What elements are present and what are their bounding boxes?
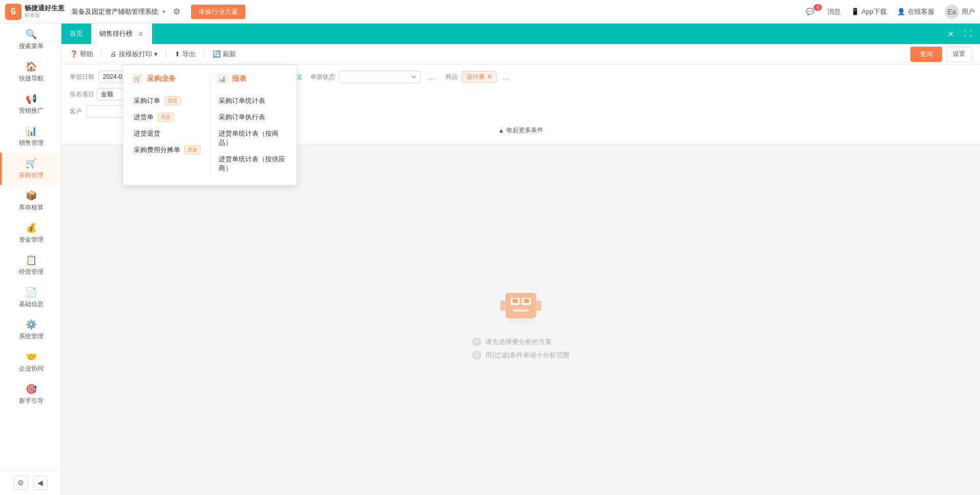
enterprise-icon: 🤝 — [26, 351, 37, 362]
purchase-order-label: 采购订单 — [134, 96, 160, 105]
query-button[interactable]: 查询 — [910, 47, 942, 62]
dropdown-item-incoming-supplier[interactable]: 进货单统计表（按供应商） — [217, 151, 289, 177]
dropdown-item-return[interactable]: 进货退货 — [132, 125, 204, 142]
svg-rect-0 — [505, 293, 536, 318]
dropdown-item-order-exec[interactable]: 采购订单执行表 — [217, 109, 289, 125]
tab-sales-ranking[interactable]: 销售排行榜 ✕ — [91, 24, 152, 44]
goods-tag-close[interactable]: ✕ — [487, 73, 492, 80]
svg-rect-7 — [536, 300, 541, 311]
dropdown-divider — [210, 73, 210, 177]
main-layout: 🔍 搜索菜单 🏠 快捷导航 📢 营销推广 📊 销售管理 🛒 采购管理 📦 库存核… — [0, 24, 980, 495]
tab-home[interactable]: 首页 — [61, 24, 91, 44]
dropdown-item-expense[interactable]: 采购费用分摊单 历史 — [132, 142, 204, 158]
sidebar-item-enterprise[interactable]: 🤝 企业协同 — [0, 346, 61, 378]
svg-rect-3 — [513, 299, 518, 303]
sidebar-collapse-button[interactable]: ◀ — [33, 476, 48, 490]
empty-tip-1: ① 请先选择要分析的方案 — [472, 337, 569, 347]
dropdown-item-incoming-goods[interactable]: 进货单统计表（按商品） — [217, 125, 289, 151]
sidebar-item-system[interactable]: ⚙️ 系统管理 — [0, 314, 61, 346]
sidebar-item-quick[interactable]: 🏠 快捷导航 — [0, 56, 61, 88]
online-service-label: 在线客服 — [908, 7, 934, 16]
tab-maximize-button[interactable]: ⛶ — [961, 27, 975, 41]
sidebar-label-quick: 快捷导航 — [19, 74, 44, 83]
tab-close-all-button[interactable]: ✕ — [943, 27, 957, 41]
sidebar-label-inventory: 库存核算 — [19, 203, 44, 212]
marketing-icon: 📢 — [26, 93, 37, 104]
sidebar-label-enterprise: 企业协同 — [19, 364, 44, 373]
user-action[interactable]: Ea 用户 — [945, 5, 975, 19]
sidebar-item-basic[interactable]: 📄 基础信息 — [0, 282, 61, 314]
sidebar-label-guide: 新手引导 — [19, 397, 44, 405]
dropdown-report-header: 📊 报表 — [217, 73, 289, 87]
expense-label: 采购费用分摊单 — [134, 145, 180, 155]
dropdown-item-incoming[interactable]: 进货单 历史 — [132, 109, 204, 125]
sidebar-item-search[interactable]: 🔍 搜索菜单 — [0, 24, 61, 56]
export-button[interactable]: ⬆ 导出 — [175, 50, 196, 59]
tip-text-2: 用[过滤]条件来缩小分析范围 — [485, 351, 569, 360]
status-label: 单据状态 — [310, 73, 335, 81]
header-right: 💬 6 消息 📱 App下载 👤 在线客服 Ea 用户 — [806, 5, 975, 19]
print-template-button[interactable]: 🖨 按模板打印 ▾ — [110, 50, 158, 59]
tip-text-1: 请先选择要分析的方案 — [485, 337, 552, 347]
sidebar-item-finance[interactable]: 💰 资金管理 — [0, 217, 61, 249]
sidebar-label-sales: 销售管理 — [19, 139, 44, 147]
help-icon: ❓ — [70, 50, 78, 58]
refresh-label: 刷新 — [223, 50, 236, 59]
inventory-icon: 📦 — [26, 190, 37, 201]
dropdown-item-order-stat[interactable]: 采购订单统计表 — [217, 93, 289, 109]
order-stat-label: 采购订单统计表 — [219, 96, 265, 105]
app-download-label: App下载 — [862, 7, 887, 16]
goods-ellipsis[interactable]: ... — [501, 72, 512, 81]
system-title: 装备及固定资产辅助管理系统 — [72, 7, 158, 16]
toolbar-sep-1 — [101, 50, 102, 58]
message-label: 消息 — [827, 7, 841, 16]
dropdown-item-purchase-order[interactable]: 采购订单 历史 — [132, 93, 204, 109]
system-title-area: 装备及固定资产辅助管理系统 ▾ ⚙ 体验行业方案 — [72, 5, 245, 19]
toolbar: ❓ 帮助 🖨 按模板打印 ▾ ⬆ 导出 🔄 刷新 查询 设置 — [61, 44, 980, 64]
print-dropdown-icon: ▾ — [154, 50, 158, 58]
return-label: 进货退货 — [134, 129, 160, 138]
online-service-action[interactable]: 👤 在线客服 — [897, 7, 934, 16]
purchase-order-history-tag: 历史 — [164, 96, 181, 105]
purchase-section-icon: 🛒 — [132, 73, 143, 84]
app-download-action[interactable]: 📱 App下载 — [851, 7, 887, 16]
expense-history-tag: 历史 — [184, 145, 201, 155]
basic-icon: 📄 — [26, 287, 37, 298]
message-action[interactable]: 💬 6 消息 — [806, 7, 841, 16]
sidebar-item-inventory[interactable]: 📦 库存核算 — [0, 185, 61, 217]
sidebar-item-guide[interactable]: 🎯 新手引导 — [0, 378, 61, 411]
incoming-history-tag: 历史 — [158, 113, 174, 122]
sidebar-item-marketing[interactable]: 📢 营销推广 — [0, 88, 61, 120]
report-section-icon: 📊 — [217, 73, 228, 84]
settings-icon[interactable]: ⚙ — [169, 5, 184, 19]
help-button[interactable]: ❓ 帮助 — [70, 50, 93, 59]
service-icon: 👤 — [897, 8, 905, 15]
sidebar-settings-button[interactable]: ⚙ — [14, 476, 28, 490]
sidebar-item-operation[interactable]: 📋 经营管理 — [0, 249, 61, 282]
collapse-label: 收起更多条件 — [506, 126, 543, 135]
svg-rect-5 — [513, 309, 528, 312]
purchase-section-title: 采购业务 — [147, 74, 176, 83]
export-label: 导出 — [182, 50, 196, 59]
finance-icon: 💰 — [26, 222, 37, 233]
tab-close-icon[interactable]: ✕ — [138, 30, 144, 38]
logo-main: 畅捷通好生意 — [25, 4, 65, 12]
purchase-icon: 🛒 — [26, 158, 37, 169]
sidebar-label-search: 搜索菜单 — [19, 42, 44, 51]
title-dropdown-arrow[interactable]: ▾ — [162, 8, 165, 15]
mobile-icon: 📱 — [851, 8, 859, 15]
sidebar-item-purchase[interactable]: 🛒 采购管理 — [0, 153, 61, 185]
sidebar-bottom: ⚙ ◀ — [0, 470, 61, 495]
status-select[interactable] — [339, 71, 421, 83]
sidebar-label-operation: 经营管理 — [19, 268, 44, 276]
set-button[interactable]: 设置 — [946, 47, 972, 62]
dropdown-report-col: 📊 报表 采购订单统计表 采购订单执行表 进货单统计表（按商品） 进货单统计表（… — [217, 73, 289, 177]
refresh-button[interactable]: 🔄 刷新 — [212, 50, 236, 59]
industry-button[interactable]: 体验行业方案 — [191, 5, 245, 19]
home-icon: 🏠 — [26, 61, 37, 72]
sidebar-item-sales[interactable]: 📊 销售管理 — [0, 120, 61, 153]
report-section-title: 报表 — [232, 74, 246, 83]
print-template-label: 按模板打印 — [119, 50, 152, 59]
tab-bar: 首页 销售排行榜 ✕ ✕ ⛶ — [61, 24, 980, 44]
status-ellipsis[interactable]: … — [425, 72, 437, 81]
